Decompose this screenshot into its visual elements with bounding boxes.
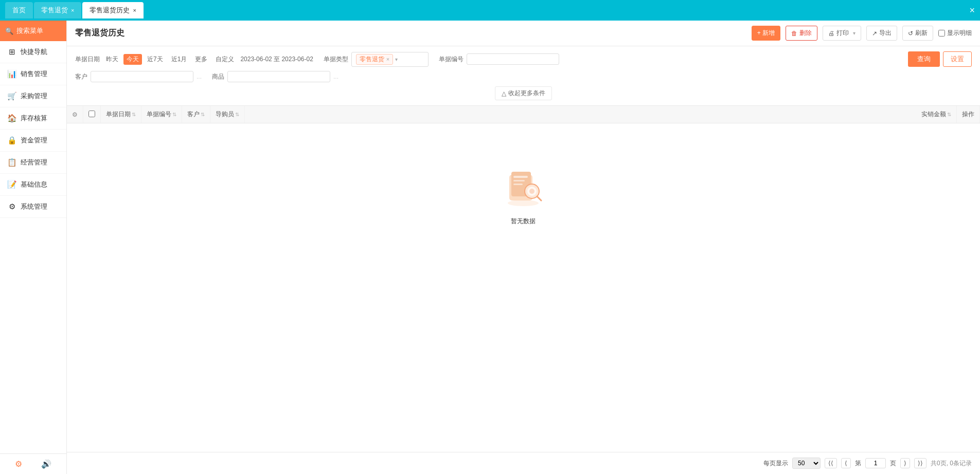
sidebar-item-purchase-mgmt[interactable]: 🛒 采购管理 bbox=[0, 85, 66, 107]
show-detail-checkbox[interactable] bbox=[938, 30, 945, 37]
collapse-label: 收起更多条件 bbox=[508, 89, 545, 98]
type-filter-tag: 零售退货 × bbox=[356, 54, 393, 65]
page-label: 第 bbox=[855, 459, 861, 468]
tab-retail-return-history-close[interactable]: × bbox=[133, 7, 136, 13]
refresh-button[interactable]: ↺ 刷新 bbox=[902, 26, 933, 41]
sidebar-item-basic-info[interactable]: 📝 基础信息 bbox=[0, 174, 66, 196]
window-close-button[interactable]: × bbox=[969, 5, 975, 16]
delete-button[interactable]: 🗑 删除 bbox=[786, 26, 817, 41]
new-button-label: + 新增 bbox=[757, 29, 775, 38]
sidebar-item-inventory[interactable]: 🏠 库存核算 bbox=[0, 107, 66, 130]
date-btn-yesterday[interactable]: 昨天 bbox=[103, 54, 121, 65]
collapse-button[interactable]: △ 收起更多条件 bbox=[495, 86, 552, 100]
print-button[interactable]: 🖨 打印 ▾ bbox=[823, 26, 861, 41]
goods-filter-label: 商品 bbox=[212, 72, 224, 81]
sort-date-icon: ⇅ bbox=[132, 112, 136, 117]
sidebar-item-sales-mgmt[interactable]: 📊 销售管理 bbox=[0, 63, 66, 85]
th-date: 单据日期 ⇅ bbox=[101, 106, 141, 123]
customer-filter-item: 客户 ... bbox=[75, 71, 202, 82]
sort-guide-icon: ⇅ bbox=[235, 112, 239, 117]
select-all-checkbox[interactable] bbox=[88, 111, 95, 117]
date-btn-more[interactable]: 更多 bbox=[192, 54, 210, 65]
toolbar: + 新增 🗑 删除 🖨 打印 ▾ ↗ 导出 ↺ 刷新 bbox=[752, 26, 972, 41]
th-date-sort[interactable]: 单据日期 ⇅ bbox=[106, 110, 136, 119]
sidebar-search[interactable]: 🔍 搜索菜单 bbox=[0, 21, 66, 41]
finance-icon: 🔒 bbox=[7, 136, 16, 145]
print-arrow-icon: ▾ bbox=[853, 30, 856, 36]
settings-button-label: 设置 bbox=[951, 55, 964, 63]
filter-area: 单据日期 昨天 今天 近7天 近1月 更多 自定义 2023-06-02 至 2… bbox=[67, 46, 980, 106]
type-filter-tag-close[interactable]: × bbox=[386, 56, 389, 62]
goods-filter-item: 商品 ... bbox=[212, 71, 338, 82]
show-detail-toggle[interactable]: 显示明细 bbox=[938, 29, 972, 38]
page-prev-button[interactable]: ⟨ bbox=[841, 458, 851, 468]
date-btn-7days[interactable]: 近7天 bbox=[144, 54, 166, 65]
date-btn-1month[interactable]: 近1月 bbox=[168, 54, 190, 65]
page-next-button[interactable]: ⟩ bbox=[900, 458, 910, 468]
sidebar-item-system-mgmt[interactable]: ⚙ 系统管理 bbox=[0, 196, 66, 218]
tab-retail-return[interactable]: 零售退货 × bbox=[34, 2, 81, 19]
customer-dots[interactable]: ... bbox=[197, 73, 202, 80]
content-area: 零售退货历史 + 新增 🗑 删除 🖨 打印 ▾ ↗ 导出 bbox=[67, 21, 980, 474]
page-size-select[interactable]: 50 10 20 100 bbox=[792, 458, 821, 469]
sort-amount-icon: ⇅ bbox=[947, 112, 951, 117]
customer-filter-label: 客户 bbox=[75, 72, 87, 81]
page-header: 零售退货历史 + 新增 🗑 删除 🖨 打印 ▾ ↗ 导出 bbox=[67, 21, 980, 46]
sidebar-bottom: ⚙ 🔊 bbox=[0, 453, 66, 474]
export-button[interactable]: ↗ 导出 bbox=[866, 26, 897, 41]
number-filter-item: 单据编号 bbox=[439, 53, 559, 65]
sidebar-item-system-mgmt-label: 系统管理 bbox=[21, 202, 47, 211]
sidebar-item-operations[interactable]: 📋 经营管理 bbox=[0, 152, 66, 174]
new-button[interactable]: + 新增 bbox=[752, 26, 780, 41]
date-btn-today[interactable]: 今天 bbox=[123, 54, 142, 65]
sidebar-item-quick-nav[interactable]: ⊞ 快捷导航 bbox=[0, 41, 66, 63]
type-filter-select[interactable]: 零售退货 × ▾ bbox=[351, 52, 429, 67]
search-icon: 🔍 bbox=[5, 27, 13, 35]
empty-illustration bbox=[500, 165, 546, 211]
th-ops: 操作 bbox=[957, 106, 980, 123]
th-date-label: 单据日期 bbox=[106, 110, 131, 119]
th-customer-sort[interactable]: 客户 ⇅ bbox=[187, 110, 205, 119]
refresh-button-label: 刷新 bbox=[915, 29, 928, 38]
page-first-button[interactable]: ⟨⟨ bbox=[825, 458, 837, 468]
sidebar-audio-button[interactable]: 🔊 bbox=[41, 459, 51, 469]
goods-filter-input[interactable] bbox=[227, 71, 330, 82]
inventory-icon: 🏠 bbox=[7, 114, 16, 123]
th-number-sort[interactable]: 单据编号 ⇅ bbox=[147, 110, 176, 119]
date-filter-buttons: 昨天 今天 近7天 近1月 更多 自定义 bbox=[103, 54, 237, 65]
number-filter-label: 单据编号 bbox=[439, 55, 464, 64]
th-customer-label: 客户 bbox=[187, 110, 200, 119]
tab-retail-return-history[interactable]: 零售退货历史 × bbox=[82, 2, 143, 19]
sidebar-settings-button[interactable]: ⚙ bbox=[15, 459, 22, 469]
goods-dots[interactable]: ... bbox=[333, 73, 338, 80]
svg-point-9 bbox=[529, 189, 534, 194]
query-button[interactable]: 查询 bbox=[908, 51, 940, 67]
page-size-label: 每页显示 bbox=[763, 459, 788, 468]
sidebar-item-quick-nav-label: 快捷导航 bbox=[21, 47, 47, 57]
type-filter-value: 零售退货 bbox=[360, 55, 384, 64]
table-body: 暂无数据 bbox=[67, 123, 980, 267]
sidebar-item-finance[interactable]: 🔒 资金管理 bbox=[0, 130, 66, 152]
top-bar: 首页 零售退货 × 零售退货历史 × × bbox=[0, 0, 980, 21]
svg-line-8 bbox=[537, 196, 541, 200]
sidebar-item-sales-mgmt-label: 销售管理 bbox=[21, 69, 47, 79]
tab-retail-return-close[interactable]: × bbox=[71, 7, 74, 13]
page-number-input[interactable] bbox=[865, 458, 886, 468]
th-amount-sort[interactable]: 实销金额 ⇅ bbox=[250, 110, 951, 119]
tab-home[interactable]: 首页 bbox=[5, 2, 33, 19]
customer-filter-input[interactable] bbox=[91, 71, 193, 82]
gear-icon[interactable]: ⚙ bbox=[72, 111, 78, 118]
date-filter-label: 单据日期 bbox=[75, 55, 100, 64]
table-header: ⚙ 单据日期 ⇅ 单据编号 bbox=[67, 106, 980, 123]
page-last-button[interactable]: ⟩⟩ bbox=[914, 458, 926, 468]
th-guide-sort[interactable]: 导购员 ⇅ bbox=[216, 110, 239, 119]
show-detail-label: 显示明细 bbox=[947, 29, 972, 38]
system-mgmt-icon: ⚙ bbox=[7, 202, 16, 211]
empty-cell: 暂无数据 bbox=[67, 123, 980, 267]
export-button-label: 导出 bbox=[879, 29, 892, 38]
action-buttons: 查询 设置 bbox=[908, 51, 972, 67]
date-btn-custom[interactable]: 自定义 bbox=[212, 54, 237, 65]
settings-button[interactable]: 设置 bbox=[943, 51, 972, 67]
sidebar-search-label: 搜索菜单 bbox=[16, 26, 43, 35]
number-filter-input[interactable] bbox=[467, 53, 559, 65]
